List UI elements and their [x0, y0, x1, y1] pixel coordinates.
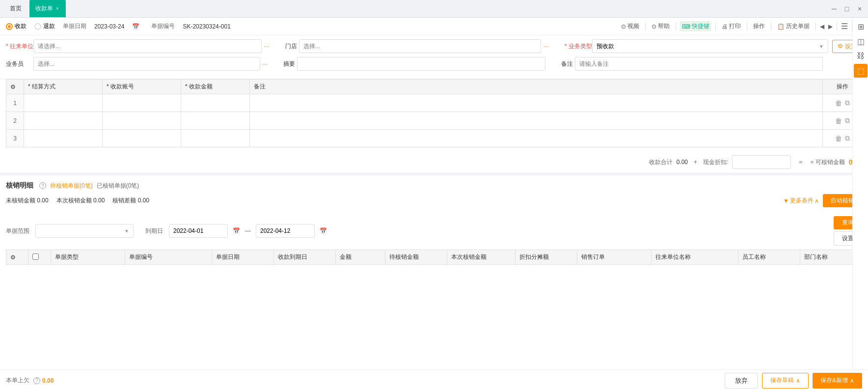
- counterpart-input[interactable]: [33, 39, 262, 53]
- done-tab[interactable]: 已核销单据(0笔): [97, 182, 139, 190]
- pending-tab[interactable]: 待核销单据(0笔): [50, 182, 93, 190]
- window-minimize-btn[interactable]: ─: [830, 4, 839, 13]
- diff-value: 0.00: [138, 197, 149, 204]
- form-row-1: * 往来单位 ··· 门店 ··· * 业务类型 预收款 ▼: [6, 39, 862, 53]
- staff-more-btn[interactable]: ···: [262, 60, 268, 68]
- cal-to-icon[interactable]: 📅: [320, 227, 327, 234]
- more-conditions-btn[interactable]: ▼ 更多条件 ∧: [783, 196, 819, 205]
- store-more-btn[interactable]: ···: [543, 42, 549, 50]
- verify-checkbox-th[interactable]: [28, 250, 51, 265]
- amount-th-b: 金额: [335, 250, 385, 265]
- account-cell-2[interactable]: [103, 112, 181, 130]
- save-new-btn[interactable]: 保存&新增 ∧: [813, 373, 862, 389]
- amount-input-2[interactable]: [181, 112, 249, 129]
- radio-receipt-label: 收款: [15, 22, 27, 30]
- account-cell-3[interactable]: [103, 130, 181, 147]
- history-btn[interactable]: 📋 历史单据: [775, 21, 812, 31]
- sidebar-icon-4[interactable]: ⬚: [854, 64, 868, 78]
- copy-row-1-icon[interactable]: ⧉: [845, 99, 850, 107]
- radio-receipt-dot: [6, 23, 13, 30]
- due-date-th: 收款到期日: [273, 250, 335, 265]
- settlement-input-3[interactable]: [24, 130, 102, 147]
- settlement-cell-2[interactable]: [24, 112, 103, 130]
- tab-home[interactable]: 首页: [4, 0, 27, 17]
- tab-receipt[interactable]: 收款单 ×: [29, 0, 66, 17]
- remark-input-1[interactable]: [250, 94, 822, 112]
- delete-row-1-icon[interactable]: 🗑: [835, 99, 842, 107]
- select-all-checkbox[interactable]: [32, 253, 39, 260]
- amount-cell-3[interactable]: [181, 130, 250, 147]
- biztype-chevron-icon: ▼: [819, 44, 824, 49]
- footer-info: 本单上欠 ? 0.00: [6, 376, 54, 385]
- remark-input[interactable]: [575, 57, 823, 71]
- discard-btn[interactable]: 放弃: [725, 373, 758, 389]
- range-select[interactable]: ▼: [35, 224, 134, 238]
- biztype-select[interactable]: 预收款 ▼: [592, 39, 828, 53]
- delete-row-3-icon[interactable]: 🗑: [835, 135, 842, 142]
- radio-refund[interactable]: 退款: [34, 22, 55, 30]
- cal-from-icon[interactable]: 📅: [233, 227, 240, 234]
- sidebar-icon-1[interactable]: ⊞: [854, 20, 868, 33]
- footer-buttons: 放弃 保存草稿 ∧ 保存&新增 ∧: [725, 373, 862, 389]
- date-from-input[interactable]: [169, 224, 228, 238]
- help-btn[interactable]: ⊙ 帮助: [650, 21, 672, 31]
- action-btn[interactable]: 操作: [751, 21, 767, 31]
- list-view-icon[interactable]: ☰: [841, 22, 848, 31]
- save-draft-label: 保存草稿: [770, 376, 794, 385]
- account-input-1[interactable]: [103, 94, 181, 112]
- remark-input-3[interactable]: [250, 130, 822, 147]
- unchecked-label: 未核销金额: [6, 197, 35, 204]
- verify-settings-th[interactable]: ⚙: [6, 250, 28, 265]
- settlement-input-1[interactable]: [24, 94, 102, 112]
- verify-table-area: ⚙ 单据类型 单据编号 单据日期 收款到期日 金额 待核销金额 本次核销金额 折…: [6, 250, 862, 265]
- equals-sign: =: [799, 159, 802, 166]
- summary-input[interactable]: [297, 57, 545, 71]
- verify-info-icon[interactable]: ?: [39, 182, 46, 189]
- table-settings-th[interactable]: ⚙: [6, 80, 24, 94]
- window-close-btn[interactable]: ×: [855, 4, 864, 13]
- remark-cell-2[interactable]: [250, 112, 823, 130]
- shortcut-btn[interactable]: ⌨ 快捷键: [680, 21, 711, 31]
- sidebar-icon-2[interactable]: ◫: [854, 34, 868, 48]
- current-value: 0.00: [93, 197, 105, 204]
- amount-cell-1[interactable]: [181, 94, 250, 112]
- remark-field: 备注: [561, 57, 823, 71]
- settlement-cell-1[interactable]: [24, 94, 103, 112]
- video-btn[interactable]: ⊙ 视频: [619, 21, 641, 31]
- account-cell-1[interactable]: [103, 94, 181, 112]
- amount-cell-2[interactable]: [181, 112, 250, 130]
- tab-close-icon[interactable]: ×: [56, 6, 59, 11]
- sidebar-icon-3[interactable]: ⛓: [854, 49, 868, 63]
- copy-row-2-icon[interactable]: ⧉: [845, 116, 850, 125]
- radio-receipt[interactable]: 收款: [6, 22, 27, 30]
- tab-bar: 首页 收款单 × ─ □ ×: [0, 0, 868, 18]
- remark-input-2[interactable]: [250, 112, 822, 129]
- row-num-3: 3: [6, 130, 24, 147]
- store-input[interactable]: [299, 39, 541, 53]
- print-btn[interactable]: 🖨 打印: [720, 21, 743, 31]
- amount-input-3[interactable]: [181, 130, 249, 147]
- copy-row-3-icon[interactable]: ⧉: [845, 134, 850, 142]
- nav-left-icon[interactable]: ◀: [820, 23, 824, 30]
- staff-input[interactable]: [33, 57, 260, 71]
- counterpart-more-btn[interactable]: ···: [264, 42, 270, 50]
- settlement-cell-3[interactable]: [24, 130, 103, 147]
- type-th: 单据类型: [51, 250, 125, 265]
- settings-gear-icon: ⚙: [838, 43, 843, 50]
- delete-row-2-icon[interactable]: 🗑: [835, 117, 842, 125]
- account-input-2[interactable]: [103, 112, 181, 129]
- remark-cell-3[interactable]: [250, 130, 823, 147]
- discount-input[interactable]: [732, 155, 791, 169]
- account-input-3[interactable]: [103, 130, 181, 147]
- window-maximize-btn[interactable]: □: [842, 4, 851, 13]
- calendar-icon[interactable]: 📅: [132, 23, 139, 30]
- amount-input-1[interactable]: [181, 94, 249, 112]
- store-field: 门店 ···: [285, 39, 549, 53]
- settlement-input-2[interactable]: [24, 112, 102, 129]
- save-draft-btn[interactable]: 保存草稿 ∧: [762, 373, 809, 389]
- toolbar-buttons: ⊙ 视频 ⊙ 帮助 ⌨ 快捷键 🖨 打印 操作: [619, 21, 862, 32]
- nav-right-icon[interactable]: ▶: [828, 23, 833, 30]
- remark-cell-1[interactable]: [250, 94, 823, 112]
- info-icon[interactable]: ?: [33, 377, 40, 384]
- date-to-input[interactable]: [256, 224, 315, 238]
